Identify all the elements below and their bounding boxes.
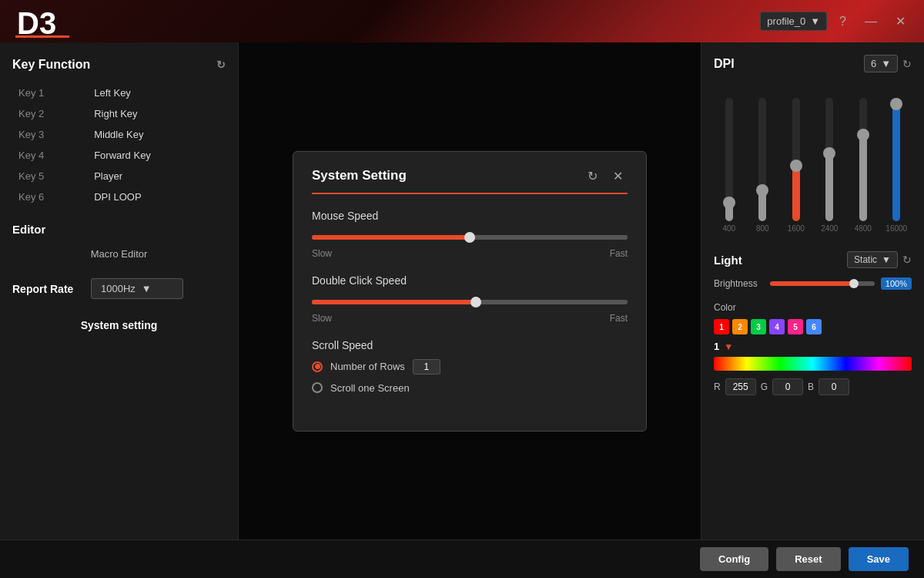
dpi-bar-col[interactable]: 1600 bbox=[781, 82, 812, 233]
key-table-row[interactable]: Key 3Middle Key bbox=[12, 124, 226, 145]
dpi-bar-thumb[interactable] bbox=[723, 197, 735, 209]
b-input[interactable] bbox=[819, 378, 849, 395]
dpi-bar-label: 16000 bbox=[886, 224, 907, 233]
rows-input[interactable] bbox=[413, 359, 440, 375]
dpi-bar-thumb[interactable] bbox=[857, 129, 869, 141]
config-button[interactable]: Config bbox=[700, 547, 768, 571]
dpi-bar-track bbox=[825, 98, 833, 221]
r-label: R bbox=[714, 381, 721, 392]
light-title: Light bbox=[714, 254, 742, 267]
key-function-refresh-icon[interactable]: ↻ bbox=[216, 59, 226, 71]
svg-rect-1 bbox=[15, 35, 69, 38]
system-setting-button[interactable]: System setting bbox=[12, 314, 226, 336]
color-label: Color bbox=[714, 302, 912, 313]
brightness-thumb[interactable] bbox=[849, 279, 859, 288]
active-color-arrow: ▼ bbox=[724, 341, 733, 352]
modal-refresh-button[interactable]: ↻ bbox=[583, 167, 602, 185]
color-swatch-badge[interactable]: 5 bbox=[788, 319, 803, 334]
double-click-fast-label: Fast bbox=[610, 313, 628, 324]
profile-dropdown-icon: ▼ bbox=[810, 15, 820, 27]
key-id: Key 4 bbox=[12, 145, 88, 166]
mouse-speed-title: Mouse Speed bbox=[312, 210, 628, 222]
brightness-label: Brightness bbox=[714, 278, 764, 289]
dpi-bar-col[interactable]: 2400 bbox=[815, 82, 845, 233]
key-id: Key 1 bbox=[12, 82, 88, 103]
double-click-track bbox=[312, 300, 628, 304]
scroll-one-screen-radio[interactable] bbox=[312, 382, 323, 393]
macro-editor-button[interactable]: Macro Editor bbox=[12, 245, 226, 263]
dpi-bar-label: 800 bbox=[756, 224, 769, 233]
profile-select[interactable]: profile_0 ▼ bbox=[760, 12, 827, 31]
key-table-row[interactable]: Key 4Forward Key bbox=[12, 145, 226, 166]
report-rate-select[interactable]: 1000Hz ▼ bbox=[91, 278, 183, 299]
light-refresh-button[interactable]: ↻ bbox=[902, 254, 912, 266]
dpi-bar-fill bbox=[792, 166, 800, 221]
key-id: Key 2 bbox=[12, 103, 88, 124]
double-click-slider[interactable] bbox=[312, 294, 628, 310]
dpi-bar-label: 4800 bbox=[855, 224, 872, 233]
color-swatch-badge[interactable]: 4 bbox=[769, 319, 785, 334]
color-swatch-badge[interactable]: 2 bbox=[732, 319, 748, 334]
scroll-speed-group: Scroll Speed Number of Rows Scroll one S… bbox=[312, 339, 628, 394]
color-swatch-badge[interactable]: 1 bbox=[714, 319, 729, 334]
g-input[interactable] bbox=[772, 378, 803, 395]
dpi-bar-thumb[interactable] bbox=[756, 184, 768, 197]
minimize-button[interactable]: — bbox=[859, 12, 883, 32]
dpi-bar-thumb[interactable] bbox=[823, 147, 835, 160]
color-gradient-bar[interactable] bbox=[714, 357, 912, 371]
key-id: Key 3 bbox=[12, 124, 88, 145]
color-swatch-badge[interactable]: 3 bbox=[751, 319, 766, 334]
brightness-value: 100% bbox=[881, 277, 912, 290]
key-table-row[interactable]: Key 2Right Key bbox=[12, 103, 226, 124]
profile-area: profile_0 ▼ ? — ✕ bbox=[760, 11, 912, 32]
dpi-bar-col[interactable]: 800 bbox=[748, 82, 778, 233]
key-table-row[interactable]: Key 1Left Key bbox=[12, 82, 226, 103]
light-mode-value: Static bbox=[854, 254, 877, 265]
key-table: Key 1Left KeyKey 2Right KeyKey 3Middle K… bbox=[12, 82, 226, 207]
system-setting-modal: System Setting ↻ ✕ Mouse Speed Slow Fast… bbox=[293, 151, 647, 432]
scroll-speed-title: Scroll Speed bbox=[312, 339, 628, 351]
save-button[interactable]: Save bbox=[849, 547, 909, 571]
key-id: Key 5 bbox=[12, 166, 88, 187]
dpi-bar-thumb[interactable] bbox=[790, 160, 802, 172]
dpi-bar-fill bbox=[859, 135, 867, 221]
mouse-speed-thumb[interactable] bbox=[464, 232, 475, 243]
double-click-thumb[interactable] bbox=[470, 297, 481, 307]
key-table-row[interactable]: Key 6DPI LOOP bbox=[12, 187, 226, 207]
double-click-group: Double Click Speed Slow Fast bbox=[312, 274, 628, 324]
number-of-rows-radio[interactable] bbox=[312, 361, 323, 372]
modal-close-button[interactable]: ✕ bbox=[608, 167, 628, 185]
dpi-bar-track bbox=[758, 98, 766, 221]
rgb-inputs: R G B bbox=[714, 378, 912, 395]
dpi-refresh-button[interactable]: ↻ bbox=[902, 58, 912, 70]
key-function: DPI LOOP bbox=[88, 187, 226, 207]
key-function: Left Key bbox=[88, 82, 226, 103]
light-header: Light Static ▼ ↻ bbox=[714, 251, 912, 268]
light-mode-select[interactable]: Static ▼ bbox=[847, 251, 898, 268]
report-rate-dropdown-icon: ▼ bbox=[142, 283, 152, 294]
dpi-select[interactable]: 6 ▼ bbox=[864, 55, 898, 72]
brightness-slider[interactable] bbox=[770, 281, 875, 286]
double-click-slow-label: Slow bbox=[312, 313, 332, 324]
key-table-row[interactable]: Key 5Player bbox=[12, 166, 226, 187]
reset-button[interactable]: Reset bbox=[776, 547, 840, 571]
close-button[interactable]: ✕ bbox=[889, 11, 912, 32]
dpi-bar-col[interactable]: 4800 bbox=[848, 82, 879, 233]
color-section: Color 123456 1 ▼ R G B bbox=[714, 302, 912, 395]
dpi-bar-col[interactable]: 16000 bbox=[882, 82, 912, 233]
dpi-bar-track bbox=[792, 98, 800, 221]
r-input[interactable] bbox=[725, 378, 756, 395]
dpi-bar-track bbox=[725, 98, 733, 221]
modal-overlay: System Setting ↻ ✕ Mouse Speed Slow Fast… bbox=[239, 42, 701, 539]
mouse-speed-slow-label: Slow bbox=[312, 248, 332, 259]
color-swatch-badge[interactable]: 6 bbox=[806, 319, 822, 334]
sidebar: Key Function ↻ Key 1Left KeyKey 2Right K… bbox=[0, 42, 239, 539]
dpi-bars-container: 40080016002400480016000 bbox=[714, 82, 912, 236]
dpi-bar-thumb[interactable] bbox=[890, 98, 902, 110]
number-of-rows-option[interactable]: Number of Rows bbox=[312, 359, 628, 375]
help-button[interactable]: ? bbox=[833, 12, 852, 32]
mouse-speed-slider[interactable] bbox=[312, 230, 628, 245]
dpi-bar-col[interactable]: 400 bbox=[714, 82, 745, 233]
dpi-section: DPI 6 ▼ ↻ 40080016002400480016000 bbox=[714, 55, 912, 236]
scroll-one-screen-option[interactable]: Scroll one Screen bbox=[312, 382, 628, 394]
